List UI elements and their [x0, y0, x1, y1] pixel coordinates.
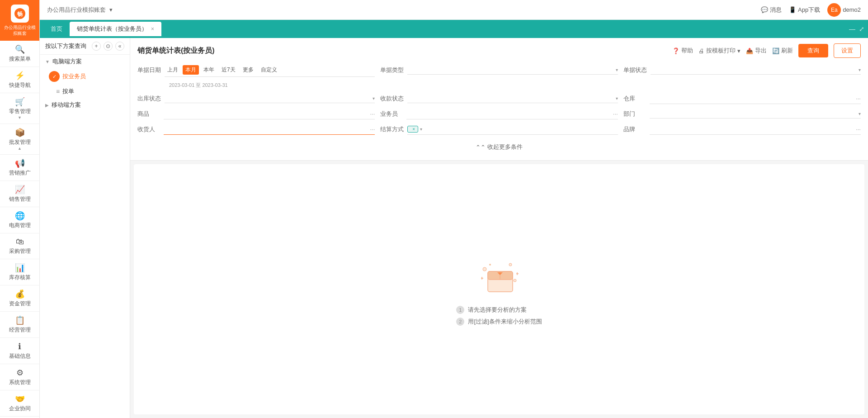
- sidebar-item-operation[interactable]: 📋 经营管理: [0, 312, 39, 338]
- tab-sales-report[interactable]: 销货单统计表（按业务员） ×: [70, 22, 161, 36]
- sidebar-item-wholesale[interactable]: 📦 批发管理 ▲: [0, 124, 39, 155]
- operation-icon: 📋: [15, 315, 25, 325]
- date-more[interactable]: 更多: [240, 65, 256, 75]
- sidebar: 畅 办公用品行业模拟账套 🔍 搜索菜单 ⚡ 快捷导航 🛒 零售管理 ▼ 📦 批发…: [0, 0, 40, 418]
- settlement-field: 结算方式 × ▾: [380, 124, 618, 135]
- tip-text-2: 用[过滤]条件来缩小分析范围: [468, 318, 542, 326]
- consignee-control[interactable]: ···: [164, 124, 375, 135]
- sales-report-tab-label: 销货单统计表（按业务员）: [77, 25, 147, 33]
- svg-point-8: [489, 264, 491, 266]
- help-button[interactable]: ❓ 帮助: [672, 47, 693, 55]
- wholesale-icon: 📦: [15, 128, 25, 138]
- date-options: 上月 本月 本年 近7天 更多 自定义: [165, 65, 280, 75]
- app-download-button[interactable]: 📱 App下载: [789, 6, 820, 14]
- brand-more-icon[interactable]: ···: [856, 126, 861, 133]
- tab-home[interactable]: 首页: [43, 22, 70, 36]
- goods-control[interactable]: ···: [164, 109, 375, 119]
- content-area: 按以下方案查询 + ⊙ « ▼ 电脑端方案 ✓ 按业务员 ≡ 按单: [40, 38, 868, 418]
- user-menu[interactable]: Ea demo2: [827, 3, 861, 17]
- salesman-more-icon[interactable]: ···: [613, 110, 618, 117]
- doc-type-control[interactable]: ▾: [407, 66, 618, 75]
- sidebar-item-ecommerce[interactable]: 🌐 电商管理: [0, 207, 39, 233]
- sidebar-item-search[interactable]: 🔍 搜索菜单: [0, 41, 39, 67]
- tree-mobile-scheme[interactable]: ▶ 移动端方案: [40, 98, 130, 112]
- doc-status-control[interactable]: ▾: [651, 66, 861, 75]
- help-icon: ❓: [672, 48, 679, 54]
- sidebar-item-basic[interactable]: ℹ 基础信息: [0, 338, 39, 364]
- finance-icon: 💰: [15, 289, 25, 299]
- retail-arrow: ▼: [18, 115, 22, 120]
- date-this-month[interactable]: 本月: [183, 65, 199, 75]
- filter-actions: ❓ 帮助 🖨 按模板打印 ▾ 📤 导出 🔄: [672, 43, 861, 58]
- warehouse-more-icon[interactable]: ···: [856, 95, 861, 102]
- export-button[interactable]: 📤 导出: [746, 47, 767, 55]
- doc-status-arrow-icon: ▾: [859, 67, 861, 72]
- warehouse-control[interactable]: ···: [650, 93, 861, 104]
- consignee-field: 收货人 ···: [137, 124, 375, 135]
- search-icon: 🔍: [15, 44, 25, 54]
- ecommerce-icon: 🌐: [15, 211, 25, 221]
- dept-field: 部门 ▾: [623, 109, 861, 119]
- brand-field: 品牌 ···: [623, 124, 861, 135]
- sidebar-item-purchase[interactable]: 🛍 采购管理: [0, 233, 39, 259]
- consignee-label: 收货人: [137, 125, 160, 133]
- date-custom[interactable]: 自定义: [258, 65, 280, 75]
- sidebar-logo: 畅 办公用品行业模拟账套: [0, 0, 39, 41]
- sidebar-item-enterprise[interactable]: 🤝 企业协同: [0, 390, 39, 417]
- date-last-month[interactable]: 上月: [165, 65, 181, 75]
- recv-status-control[interactable]: ▾: [407, 94, 618, 103]
- refresh-button[interactable]: 🔄 刷新: [772, 47, 793, 55]
- print-button[interactable]: 🖨 按模板打印 ▾: [698, 47, 741, 55]
- sidebar-item-inventory[interactable]: 📊 库存核算: [0, 259, 39, 285]
- sidebar-item-label: 基础信息: [9, 352, 31, 360]
- collapse-panel-button[interactable]: «: [115, 42, 124, 51]
- dept-arrow-icon: ▾: [859, 111, 861, 116]
- topbar-left: 办公用品行业模拟账套 ▾: [47, 6, 113, 14]
- sidebar-item-marketing[interactable]: 📢 营销推广: [0, 155, 39, 181]
- tree-desktop-scheme[interactable]: ▼ 电脑端方案: [40, 55, 130, 68]
- tab-close-icon[interactable]: ×: [151, 26, 154, 32]
- avatar: Ea: [827, 3, 841, 17]
- settlement-close-button[interactable]: ×: [412, 127, 415, 132]
- sidebar-item-label: 营销推广: [9, 169, 31, 177]
- sidebar-item-sales[interactable]: 📈 销售管理: [0, 181, 39, 207]
- print-dropdown-icon: ▾: [737, 48, 741, 54]
- sidebar-item-finance[interactable]: 💰 资金管理: [0, 285, 39, 312]
- brand-control[interactable]: ···: [650, 124, 861, 135]
- date-7days[interactable]: 近7天: [219, 65, 238, 75]
- edit-scheme-button[interactable]: ⊙: [104, 42, 113, 51]
- message-button[interactable]: 💬 消息: [761, 6, 782, 14]
- sidebar-item-label: 库存核算: [9, 274, 31, 281]
- sidebar-item-retail[interactable]: 🛒 零售管理 ▼: [0, 93, 39, 124]
- dropdown-arrow-icon[interactable]: ▾: [109, 6, 113, 13]
- app-icon: 📱: [789, 6, 796, 13]
- tab-maximize-icon[interactable]: ⤢: [859, 25, 864, 33]
- tab-minimize-icon[interactable]: —: [849, 25, 855, 33]
- marketing-icon: 📢: [15, 158, 25, 168]
- doc-type-arrow-icon: ▾: [616, 67, 618, 72]
- dept-control[interactable]: ▾: [650, 109, 861, 119]
- goods-more-icon[interactable]: ···: [370, 110, 375, 117]
- sidebar-item-label: 采购管理: [9, 247, 31, 255]
- print-icon: 🖨: [698, 48, 704, 54]
- sidebar-item-label: 经营管理: [9, 326, 31, 334]
- tip-num-1: 1: [456, 306, 464, 314]
- tree-by-salesman[interactable]: ✓ 按业务员: [40, 68, 130, 85]
- date-this-year[interactable]: 本年: [201, 65, 217, 75]
- out-status-control[interactable]: ▾: [165, 94, 375, 103]
- consignee-more-icon[interactable]: ···: [370, 126, 375, 133]
- desktop-scheme-label: 电脑端方案: [52, 57, 82, 66]
- settlement-tag: ×: [407, 126, 418, 133]
- query-button[interactable]: 查询: [798, 44, 828, 57]
- sidebar-item-quick-nav[interactable]: ⚡ 快捷导航: [0, 67, 39, 93]
- salesman-label: 业务员: [380, 110, 403, 118]
- salesman-control[interactable]: ···: [406, 109, 618, 119]
- settlement-arrow-icon[interactable]: ▾: [420, 127, 422, 132]
- tree-by-order[interactable]: ≡ 按单: [40, 85, 130, 98]
- settings-button[interactable]: 设置: [834, 43, 861, 58]
- collapse-button[interactable]: ⌃⌃ 收起更多条件: [468, 141, 530, 153]
- sidebar-item-label: 资金管理: [9, 300, 31, 308]
- sidebar-item-system[interactable]: ⚙ 系统管理: [0, 364, 39, 390]
- add-scheme-button[interactable]: +: [92, 42, 101, 51]
- collapse-up-icon: ⌃⌃: [476, 144, 486, 151]
